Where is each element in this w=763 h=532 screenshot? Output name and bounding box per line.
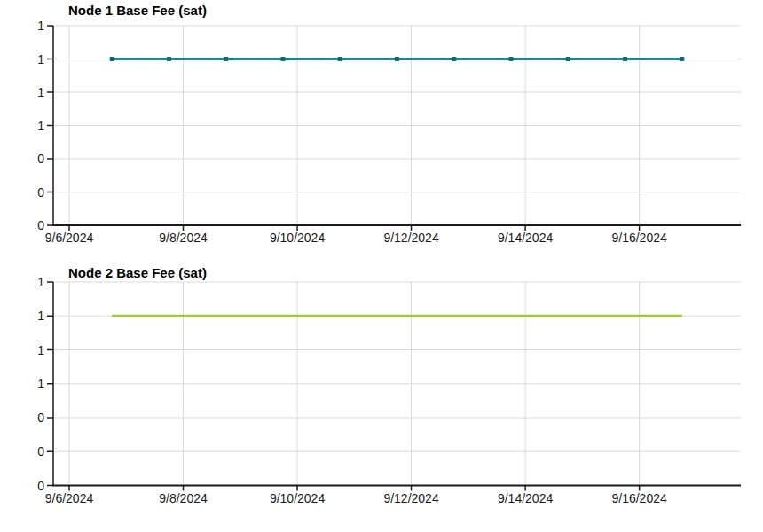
chart-node-2-base-fee: Node 2 Base Fee (sat) 11110009/6/20249/8…	[0, 256, 763, 532]
y-tick-label: 1	[37, 19, 44, 33]
data-point-marker	[110, 57, 114, 61]
y-tick-label: 1	[37, 275, 44, 289]
x-tick-label: 9/6/2024	[45, 491, 94, 505]
data-point-marker	[680, 57, 684, 61]
x-tick-label: 9/12/2024	[383, 491, 438, 505]
x-tick-label: 9/10/2024	[270, 231, 325, 245]
x-tick-label: 9/14/2024	[498, 491, 553, 505]
y-tick-label: 0	[37, 444, 44, 458]
x-tick-label: 9/14/2024	[498, 231, 553, 245]
y-tick-label: 1	[37, 119, 44, 133]
h-gridlines	[53, 282, 741, 451]
y-tick-label: 0	[37, 152, 44, 166]
data-point-marker	[623, 57, 627, 61]
y-tick-label: 1	[37, 85, 44, 99]
y-tick-label: 1	[37, 309, 44, 323]
data-point-marker	[395, 57, 399, 61]
data-point-marker	[167, 57, 171, 61]
x-tick-label: 9/6/2024	[45, 231, 94, 245]
chart-plot-node-1: 11110009/6/20249/8/20249/10/20249/12/202…	[0, 0, 763, 256]
tick-marks	[47, 282, 640, 491]
tick-marks	[47, 26, 640, 231]
x-tick-label: 9/16/2024	[611, 231, 666, 245]
data-point-marker	[509, 57, 514, 61]
data-point-marker	[280, 57, 285, 61]
x-tick-label: 9/8/2024	[159, 491, 208, 505]
y-tick-label: 0	[37, 479, 44, 493]
data-point-marker	[224, 57, 228, 61]
data-point-marker	[338, 57, 342, 61]
base-fee-dashboard: Node 1 Base Fee (sat) 11110009/6/20249/8…	[0, 0, 763, 532]
y-tick-labels: 1111000	[37, 19, 44, 232]
data-point-marker	[452, 57, 456, 61]
x-tick-labels: 9/6/20249/8/20249/10/20249/12/20249/14/2…	[45, 491, 667, 505]
y-tick-label: 0	[37, 185, 44, 200]
x-tick-label: 9/10/2024	[270, 491, 325, 505]
y-tick-labels: 1111000	[37, 275, 44, 493]
y-tick-label: 1	[37, 52, 44, 66]
y-tick-label: 0	[37, 411, 44, 425]
data-point-marker	[566, 57, 570, 61]
y-tick-label: 0	[37, 218, 44, 232]
x-tick-labels: 9/6/20249/8/20249/10/20249/12/20249/14/2…	[45, 231, 667, 245]
chart-plot-node-2: 11110009/6/20249/8/20249/10/20249/12/202…	[0, 256, 763, 532]
x-tick-label: 9/8/2024	[159, 231, 208, 245]
y-tick-label: 1	[37, 343, 44, 357]
chart-node-1-base-fee: Node 1 Base Fee (sat) 11110009/6/20249/8…	[0, 0, 763, 256]
x-tick-label: 9/12/2024	[383, 231, 438, 245]
x-tick-label: 9/16/2024	[611, 491, 666, 505]
y-tick-label: 1	[37, 377, 44, 391]
h-gridlines	[53, 26, 741, 192]
